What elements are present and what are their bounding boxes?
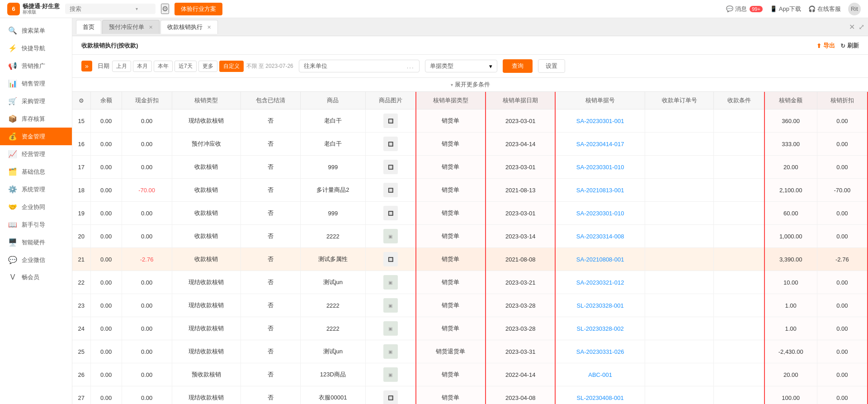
top-search-input[interactable]: [70, 5, 133, 12]
tab-prepay-close[interactable]: ✕: [149, 24, 153, 30]
cell-goods-img: 🔲: [365, 386, 416, 404]
sidebar-item-guide[interactable]: 📖 新手引导: [0, 216, 72, 233]
cell-bill-no: SL-20230328-002: [555, 317, 645, 340]
cell-bill-date: 2021-08-08: [486, 248, 555, 271]
cell-included: 否: [241, 271, 301, 294]
goods-image: ▣: [383, 229, 398, 243]
cell-verify-type: 现结收款核销: [172, 386, 241, 404]
cell-goods-img: 🔲: [365, 179, 416, 202]
cell-bill-type: 销货单: [416, 271, 486, 294]
export-button[interactable]: ⬆ 导出: [816, 42, 835, 50]
filter-source-input[interactable]: [329, 63, 405, 70]
filter-expand-button[interactable]: »: [81, 61, 92, 71]
cell-receipt-cond: [714, 386, 764, 404]
filter-source-input-box[interactable]: 往来单位 ...: [299, 60, 420, 72]
search-icon: 🔍: [8, 26, 17, 35]
sidebar-item-basic-info[interactable]: 🗂️ 基础信息: [0, 163, 72, 181]
bill-no-link[interactable]: SA-20230301-001: [576, 118, 624, 124]
settings-button[interactable]: 设置: [538, 59, 565, 73]
filter-billtype-label: 单据类型: [430, 62, 453, 70]
sidebar-item-collab[interactable]: 🤝 企业协同: [0, 198, 72, 216]
expand-conditions-label: 展开更多条件: [455, 81, 490, 89]
cell-bill-no: SA-20230301-001: [555, 109, 645, 133]
cell-verify-amount: 20.00: [764, 363, 817, 386]
date-btn-7days[interactable]: 近7天: [175, 61, 197, 72]
sidebar-item-search[interactable]: 🔍 搜索菜单: [0, 22, 72, 39]
expand-caret-icon: ▾: [451, 82, 453, 87]
table-row: 25 0.00 0.00 现结收款核销 否 测试jun ▣ 销货退货单 2023…: [72, 340, 868, 363]
sidebar-item-system[interactable]: ⚙️ 系统管理: [0, 181, 72, 198]
goods-image: ▣: [383, 275, 398, 290]
filter-billtype-select[interactable]: 单据类型 ▾: [425, 60, 497, 72]
service-icon: 🎧: [808, 5, 816, 12]
close-tab-btn[interactable]: ✕: [849, 23, 855, 31]
top-search-box[interactable]: ▾: [65, 4, 156, 14]
cell-id: 21: [72, 248, 90, 271]
bill-no-link[interactable]: SA-20230301-010: [576, 210, 624, 217]
cell-goods: 测试多属性: [301, 248, 365, 271]
bill-no-link[interactable]: SA-20230331-026: [576, 348, 624, 355]
cell-included: 否: [241, 363, 301, 386]
tab-home[interactable]: 首页: [76, 20, 101, 34]
sidebar-item-sales[interactable]: 📊 销售管理: [0, 75, 72, 92]
sidebar-item-vip[interactable]: V 畅会员: [0, 269, 72, 286]
tab-prepay[interactable]: 预付冲应付单 ✕: [102, 20, 160, 34]
tab-verify[interactable]: 收款核销执行 ✕: [160, 20, 218, 34]
cell-verify-discount: 0.00: [817, 271, 868, 294]
col-receipt-order: 收款单订单号: [645, 92, 714, 109]
expand-conditions-button[interactable]: ▾ 展开更多条件: [451, 81, 490, 89]
date-btn-more[interactable]: 更多: [198, 61, 217, 72]
cell-bill-type: 销货单: [416, 363, 486, 386]
goods-image: 🔲: [383, 114, 398, 128]
cell-yue: 0.00: [90, 109, 122, 133]
date-btn-this-year[interactable]: 本年: [154, 61, 173, 72]
cell-bill-no: SA-20230321-012: [555, 271, 645, 294]
bill-no-link[interactable]: SA-20230321-012: [576, 279, 624, 286]
cell-verify-amount: 1,000.00: [764, 225, 817, 248]
bill-no-link[interactable]: SL-20230328-002: [577, 325, 624, 332]
sidebar-item-hardware[interactable]: 🖥️ 智能硬件: [0, 233, 72, 251]
bill-no-link[interactable]: SA-20230314-008: [576, 233, 624, 240]
sidebar-item-wechat[interactable]: 💬 企业微信: [0, 251, 72, 269]
date-btn-last-month[interactable]: 上月: [112, 61, 131, 72]
wechat-icon: 💬: [8, 256, 17, 264]
date-range-text: 不限 至 2023-07-26: [246, 62, 293, 70]
sidebar-item-finance[interactable]: 💰 资金管理: [0, 128, 72, 145]
bill-no-link[interactable]: ABC-001: [588, 371, 612, 378]
refresh-button[interactable]: ↻ 刷新: [840, 42, 859, 50]
bill-no-link[interactable]: SA-20230414-017: [576, 141, 624, 147]
cell-verify-type: 收款核销: [172, 156, 241, 179]
message-item[interactable]: 💬 消息 99+: [726, 5, 763, 13]
filter-source-label: 往来单位: [304, 62, 327, 70]
cell-goods: 2222: [301, 225, 365, 248]
user-avatar[interactable]: Rit: [848, 3, 861, 15]
cell-included: 否: [241, 179, 301, 202]
service-item[interactable]: 🎧 在线客服: [808, 5, 841, 13]
goods-image: 🔲: [383, 252, 398, 266]
col-settings[interactable]: ⚙: [72, 92, 90, 109]
cell-receipt-order: [645, 340, 714, 363]
bill-no-link[interactable]: SA-20210808-001: [576, 256, 624, 263]
cell-receipt-order: [645, 317, 714, 340]
gear-button[interactable]: ⚙: [161, 4, 169, 14]
sidebar-item-operations[interactable]: 📈 经营管理: [0, 145, 72, 163]
logo-area: 6 畅捷通·好生意 标准版: [7, 3, 60, 15]
tab-verify-close[interactable]: ✕: [207, 24, 211, 30]
query-button[interactable]: 查询: [503, 59, 533, 73]
app-download-item[interactable]: 📱 App下载: [770, 5, 801, 13]
expand-tab-btn[interactable]: ⤢: [859, 23, 864, 31]
bill-no-link[interactable]: SA-20210813-001: [576, 187, 624, 194]
cell-goods: 多计量商品2: [301, 179, 365, 202]
cell-bill-no: SL-20230328-001: [555, 294, 645, 317]
cell-verify-type: 预付冲应收: [172, 133, 241, 156]
sidebar-item-purchase[interactable]: 🛒 采购管理: [0, 92, 72, 110]
bill-no-link[interactable]: SL-20230408-001: [577, 394, 624, 401]
date-btn-custom[interactable]: 自定义: [219, 61, 244, 72]
sidebar-item-inventory[interactable]: 📦 库存核算: [0, 110, 72, 128]
sidebar-item-quick-nav[interactable]: ⚡ 快捷导航: [0, 39, 72, 57]
bill-no-link[interactable]: SA-20230301-010: [576, 164, 624, 171]
solution-button[interactable]: 体验行业方案: [175, 3, 222, 15]
bill-no-link[interactable]: SL-20230328-001: [577, 302, 624, 309]
sidebar-item-marketing[interactable]: 📢 营销推广: [0, 57, 72, 75]
date-btn-this-month[interactable]: 本月: [133, 61, 152, 72]
